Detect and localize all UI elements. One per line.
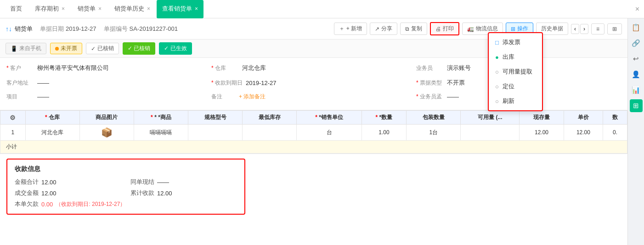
refresh-icon: ○	[495, 98, 499, 105]
list-view-button[interactable]: ⊞	[607, 23, 622, 34]
tab-home[interactable]: 首页	[4, 0, 28, 18]
staff2-label: 业务员孟	[416, 93, 444, 101]
extract-icon: ○	[495, 68, 499, 75]
nav-arrows: ‹ ›	[571, 24, 588, 34]
window-close-button[interactable]: ×	[635, 5, 639, 13]
effect-icon: ✓	[164, 45, 169, 51]
dropdown-refresh[interactable]: ○ 刷新	[489, 94, 542, 108]
table-container: ⚙ 仓库 商品图片 * *商品 规格型号 最低库存 *销售单位 *数量 包装数量…	[0, 110, 627, 154]
summary-title: 收款信息	[15, 165, 237, 173]
due-date-label: 收款到期日	[211, 79, 243, 87]
grid-view-button[interactable]: ≡	[591, 23, 604, 34]
effected-button[interactable]: ✓ 已生效	[159, 42, 192, 55]
warehouse-label: 仓库	[211, 64, 239, 72]
tab-view-sales-close[interactable]: ×	[195, 6, 198, 12]
nav-next-button[interactable]: ›	[580, 24, 588, 34]
doc-date-section: 单据日期 2019-12-27	[40, 25, 96, 33]
cell-spec	[188, 125, 243, 141]
sidebar-icon-2[interactable]: 🔗	[630, 37, 643, 50]
tab-inventory[interactable]: 库存期初 ×	[28, 0, 71, 18]
doc-number-section: 单据编号 SA-20191227-001	[104, 25, 178, 33]
cell-unit-price: 12.00	[564, 125, 603, 141]
print-button[interactable]: 🖨 打印	[430, 22, 459, 35]
not-opened-button[interactable]: 未开票	[50, 43, 82, 54]
col-product: * *商品	[134, 111, 188, 125]
summary-box: 收款信息 金额合计 12.00 同单现结 —— 成交金额 12.00	[6, 159, 245, 215]
due-date-field: 收款到期日 2019-12-27	[211, 78, 416, 88]
sidebar-icon-1[interactable]: 📋	[630, 21, 643, 34]
col-quantity: *数量	[362, 111, 407, 125]
tab-view-sales[interactable]: 查看销货单 ×	[157, 0, 203, 18]
current-due-value: 0.00	[41, 201, 53, 208]
same-order-label: 同单现结	[130, 178, 154, 186]
from-phone-button[interactable]: 📱 来自手机	[6, 43, 46, 54]
copy-button[interactable]: ⧉ 复制	[400, 23, 427, 35]
print-icon: 🖨	[435, 26, 441, 32]
cell-min-stock	[243, 125, 297, 141]
project-value: ——	[34, 92, 211, 102]
sidebar-icon-3[interactable]: ↩	[630, 52, 643, 65]
tab-history[interactable]: 销货单历史 ×	[108, 0, 157, 18]
share-button[interactable]: ↗ 分享	[370, 23, 397, 35]
tab-inventory-close[interactable]: ×	[62, 6, 65, 12]
note-label: 备注	[211, 93, 239, 101]
sidebar-icon-5[interactable]: 📊	[630, 84, 643, 97]
add-icon: ＋	[339, 25, 345, 33]
transaction-label: 成交金额	[15, 189, 39, 197]
col-spec: 规格型号	[188, 111, 243, 125]
col-available: 可用量 (...	[461, 111, 520, 125]
dropdown-outbound[interactable]: ● 出库	[489, 50, 542, 64]
address-value: ——	[34, 78, 211, 88]
phone-icon: 📱	[11, 46, 17, 52]
col-current-stock: 现存量	[520, 111, 564, 125]
locate-icon: ○	[495, 83, 499, 90]
cell-amount: 0.	[603, 125, 627, 141]
check-confirm-button[interactable]: ✓ 已核销	[86, 43, 119, 54]
right-sidebar: 📋 🔗 ↩ 👤 📊 ⊞	[627, 18, 644, 245]
add-invoice-icon: □	[495, 39, 499, 46]
settings-icon[interactable]: ⚙	[10, 114, 16, 121]
dropdown-available-extract[interactable]: ○ 可用量提取	[489, 64, 542, 79]
tab-sales-close[interactable]: ×	[98, 6, 102, 12]
accumulated-label: 累计收款	[130, 189, 154, 197]
col-min-stock: 最低库存	[243, 111, 297, 125]
add-note-button[interactable]: + 添加备注	[239, 93, 266, 101]
checked-icon: ✓	[128, 45, 132, 51]
project-label: 项目	[6, 93, 34, 101]
cell-product: 嗝嗝嗝嗝	[134, 125, 188, 141]
tab-history-close[interactable]: ×	[147, 6, 150, 12]
accumulated-value: 12.00	[157, 190, 172, 197]
due-date-value: 2019-12-27	[243, 78, 416, 88]
add-button[interactable]: ＋ + 新增	[334, 23, 367, 35]
cell-index: 1	[0, 125, 26, 141]
subtotal-row: 小计	[0, 141, 627, 154]
dropdown-add-invoice[interactable]: □ 添发票	[489, 35, 542, 50]
share-icon: ↗	[375, 26, 379, 32]
sidebar-icon-expand[interactable]: ⊞	[630, 99, 643, 112]
sales-table: ⚙ 仓库 商品图片 * *商品 规格型号 最低库存 *销售单位 *数量 包装数量…	[0, 110, 627, 154]
operations-dropdown: □ 添发票 ● 出库 ○ 可用量提取 ○ 定位 ○ 刷新	[488, 32, 543, 111]
dropdown-locate[interactable]: ○ 定位	[489, 79, 542, 94]
customer-label: 客户	[6, 64, 34, 72]
cell-warehouse: 河北仓库	[25, 125, 79, 141]
doc-icon: ↑↓	[6, 25, 12, 33]
doc-number-value: SA-20191227-001	[130, 25, 178, 32]
main-content: ↑↓ 销货单 单据日期 2019-12-27 单据编号 SA-20191227-…	[0, 18, 644, 245]
tab-sales[interactable]: 销货单 ×	[71, 0, 108, 18]
col-settings[interactable]: ⚙	[0, 111, 26, 125]
warehouse-value: 河北仓库	[239, 63, 416, 74]
col-amount: 数	[603, 111, 627, 125]
note-field: 备注 + 添加备注	[211, 93, 416, 101]
sidebar-icon-4[interactable]: 👤	[630, 68, 643, 81]
nav-prev-button[interactable]: ‹	[571, 24, 579, 34]
col-unit-price: 单价	[564, 111, 603, 125]
doc-number-label: 单据编号	[104, 25, 128, 33]
doc-title-section: ↑↓ 销货单	[6, 25, 33, 33]
checked-button[interactable]: ✓ 已核销	[123, 42, 155, 55]
toolbar-right: ＋ + 新增 ↗ 分享 ⧉ 复制 🖨 打印	[334, 22, 622, 35]
cell-available	[461, 125, 520, 141]
cell-quantity: 1.00	[362, 125, 407, 141]
subtotal-label: 小计	[0, 141, 627, 154]
outbound-icon: ●	[495, 54, 499, 61]
col-pack-qty: 包装数量	[407, 111, 461, 125]
